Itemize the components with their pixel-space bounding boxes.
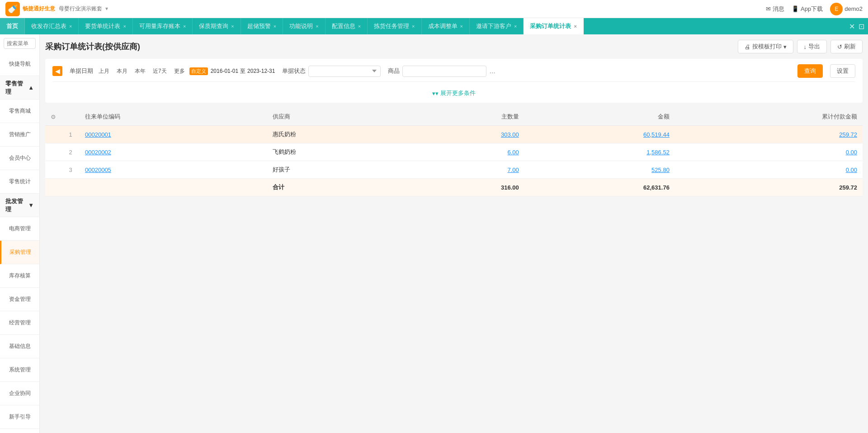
breadcrumb-text: 母婴行业演示账套 xyxy=(59,5,102,12)
message-button[interactable]: ✉ 消息 xyxy=(766,5,784,13)
row2-qty-val[interactable]: 6.00 xyxy=(508,149,519,156)
logo-area: 🍼 畅捷通好生意 xyxy=(5,2,55,16)
goods-input[interactable] xyxy=(402,66,486,77)
nav-tabs: 首页 收发存汇总表 × 要货单统计表 × 可用量库存账本 × 保质期查询 × 超… xyxy=(0,18,868,34)
sidebar-item-purchase-mgmt[interactable]: 采购管理 xyxy=(0,241,39,264)
filter-goods-item: 商品 ... xyxy=(388,66,495,77)
tab-picking-task-close[interactable]: × xyxy=(412,24,415,29)
download-icon: 📱 xyxy=(792,5,799,12)
tab-overstock-warning-label: 超储预警 xyxy=(247,22,271,30)
tab-invite-downstream-close[interactable]: × xyxy=(514,24,517,29)
row1-paid-amount-val[interactable]: 259.72 xyxy=(839,131,857,138)
print-icon: 🖨 xyxy=(745,43,750,50)
breadcrumb: 母婴行业演示账套 ▾ xyxy=(59,5,108,13)
sidebar-item-quick-nav[interactable]: 快捷导航 xyxy=(0,52,39,76)
tab-cost-adjust[interactable]: 成本调整单 × xyxy=(422,18,470,34)
tab-overstock-warning[interactable]: 超储预警 × xyxy=(241,18,283,34)
tab-cost-adjust-close[interactable]: × xyxy=(460,24,463,29)
app-download-button[interactable]: 📱 App下载 xyxy=(792,5,823,13)
tab-requisition-summary-label: 要货单统计表 xyxy=(85,22,120,30)
sidebar-item-app-center[interactable]: 应用中心 xyxy=(0,429,39,433)
filter-date-shortcuts: 上月 本月 本年 近7天 更多 自定义 xyxy=(96,67,208,76)
row2-amount-val[interactable]: 1,586.52 xyxy=(646,149,670,156)
date-shortcut-more[interactable]: 更多 xyxy=(171,67,188,76)
tab-invite-downstream[interactable]: 邀请下游客户 × xyxy=(470,18,524,34)
row3-unit-code-val[interactable]: 00020005 xyxy=(85,167,111,173)
filter-collapse-button[interactable]: ◀ xyxy=(52,66,62,76)
row2-unit-code-val[interactable]: 00020002 xyxy=(85,149,111,156)
sidebar-item-base-info[interactable]: 基础信息 xyxy=(0,335,39,358)
sidebar-item-inventory-check[interactable]: 库存核算 xyxy=(0,264,39,288)
column-settings-icon[interactable]: ⚙ xyxy=(51,114,56,120)
date-shortcut-7days[interactable]: 近7天 xyxy=(150,67,170,76)
sidebar-item-finance-mgmt[interactable]: 资金管理 xyxy=(0,288,39,311)
expand-more-button[interactable]: ▾▾ 展开更多条件 xyxy=(432,89,476,97)
sidebar-item-retail-store[interactable]: 零售商城 xyxy=(0,100,39,123)
tab-available-inventory-close[interactable]: × xyxy=(183,24,186,29)
sidebar-item-ops-mgmt[interactable]: 经营管理 xyxy=(0,311,39,335)
sidebar-item-finance-mgmt-label: 资金管理 xyxy=(9,295,31,303)
sidebar-item-wholesale-mgmt[interactable]: 批发管理 ▼ xyxy=(0,194,39,217)
sidebar-item-enterprise-collab[interactable]: 企业协同 xyxy=(0,382,39,405)
sidebar-item-system-mgmt[interactable]: 系统管理 xyxy=(0,358,39,382)
sidebar-item-retail-stats[interactable]: 零售统计 xyxy=(0,170,39,194)
row1-amount-val[interactable]: 60,519.44 xyxy=(643,131,670,138)
search-input[interactable] xyxy=(4,38,36,49)
tab-close-all-icon[interactable]: ✕ xyxy=(849,22,855,31)
print-button[interactable]: 🖨 按模板打印 ▾ xyxy=(738,40,793,53)
sidebar-item-retail-mgmt[interactable]: 零售管理 ▲ xyxy=(0,76,39,100)
sidebar-item-base-info-label: 基础信息 xyxy=(9,343,31,350)
tab-income-summary[interactable]: 收发存汇总表 × xyxy=(25,18,79,34)
date-from: 2016-01-01 xyxy=(211,68,238,74)
tab-expiry-query[interactable]: 保质期查询 × xyxy=(193,18,241,34)
goods-more-icon[interactable]: ... xyxy=(489,67,495,75)
tab-home[interactable]: 首页 xyxy=(0,18,25,34)
settings-button[interactable]: 设置 xyxy=(830,64,855,78)
tab-function-desc-close[interactable]: × xyxy=(316,24,318,29)
tab-function-desc[interactable]: 功能说明 × xyxy=(283,18,325,34)
row3-supplier-val: 好孩子 xyxy=(273,166,290,173)
user-name: demo2 xyxy=(844,5,863,12)
row1-paid-amount: 259.72 xyxy=(675,126,863,143)
date-shortcut-this-year[interactable]: 本年 xyxy=(132,67,148,76)
tab-picking-task[interactable]: 拣货任务管理 × xyxy=(368,18,421,34)
row1-supplier: 惠氏奶粉 xyxy=(267,126,407,143)
date-to: 2023-12-31 xyxy=(247,68,275,74)
row3-paid-amount-val[interactable]: 0.00 xyxy=(846,167,857,173)
sidebar-item-marketing[interactable]: 营销推广 xyxy=(0,123,39,147)
tab-cost-adjust-label: 成本调整单 xyxy=(428,22,458,30)
sidebar-item-member-center[interactable]: 会员中心 xyxy=(0,147,39,170)
tab-purchase-summary[interactable]: 采购订单统计表 × xyxy=(524,18,583,34)
sidebar-item-new-guide[interactable]: 新手引导 xyxy=(0,405,39,429)
row3-amount-val[interactable]: 525.80 xyxy=(651,167,670,173)
row1-unit-code-val[interactable]: 00020001 xyxy=(85,131,111,138)
tab-available-inventory[interactable]: 可用量库存账本 × xyxy=(133,18,193,34)
date-shortcut-last-month[interactable]: 上月 xyxy=(96,67,112,76)
tab-requisition-close[interactable]: × xyxy=(123,24,126,29)
tab-expiry-close[interactable]: × xyxy=(231,24,234,29)
user-menu[interactable]: E demo2 xyxy=(830,3,863,15)
row1-qty-val[interactable]: 303.00 xyxy=(501,131,519,138)
tab-requisition-summary[interactable]: 要货单统计表 × xyxy=(79,18,132,34)
export-button[interactable]: ↓ 导出 xyxy=(797,40,827,53)
refresh-button[interactable]: ↺ 刷新 xyxy=(830,40,863,53)
date-shortcut-this-month[interactable]: 本月 xyxy=(114,67,130,76)
date-filter-label: 单据日期 xyxy=(70,67,93,75)
sidebar-item-ecommerce-mgmt[interactable]: 电商管理 xyxy=(0,217,39,241)
th-unit-code-label: 往来单位编码 xyxy=(85,113,120,120)
status-select[interactable] xyxy=(308,66,381,77)
row3-qty-val[interactable]: 7.00 xyxy=(508,167,519,173)
sidebar-item-ecommerce-mgmt-label: 电商管理 xyxy=(9,225,31,233)
tab-overstock-close[interactable]: × xyxy=(274,24,276,29)
tab-config-info[interactable]: 配置信息 × xyxy=(326,18,368,34)
row2-paid-amount-val[interactable]: 0.00 xyxy=(846,149,857,156)
tab-income-summary-close[interactable]: × xyxy=(69,24,72,29)
chevron-down-icon[interactable]: ▾ xyxy=(105,5,108,12)
row3-supplier: 好孩子 xyxy=(267,161,407,179)
tab-config-info-close[interactable]: × xyxy=(358,24,361,29)
query-button[interactable]: 查询 xyxy=(797,64,823,78)
th-paid-amount: 累计付款金额 xyxy=(675,108,863,126)
sidebar-item-ops-mgmt-label: 经营管理 xyxy=(9,319,31,327)
tab-purchase-summary-close[interactable]: × xyxy=(574,24,576,29)
tab-expand-icon[interactable]: ⊡ xyxy=(859,22,864,31)
